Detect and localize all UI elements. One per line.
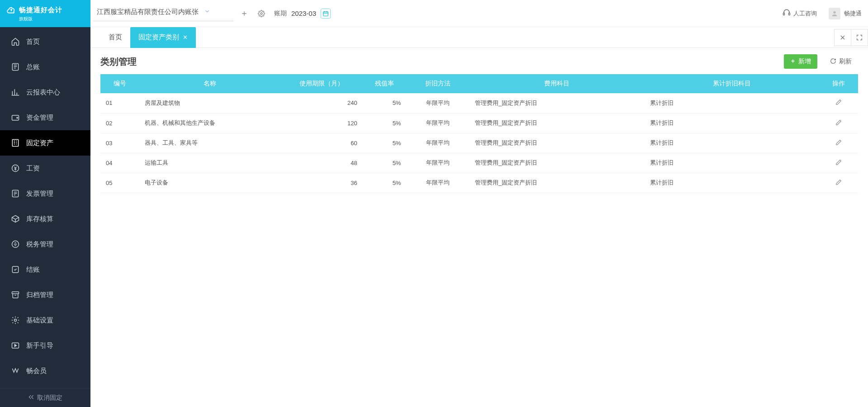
sidebar-item-settings[interactable]: 基础设置 <box>0 308 90 333</box>
add-company-button[interactable] <box>238 7 251 20</box>
tab-label: 固定资产类别 <box>138 33 179 42</box>
page-head: 类别管理 新增 刷新 <box>100 54 858 69</box>
period-picker-button[interactable] <box>321 9 331 19</box>
refresh-button[interactable]: 刷新 <box>824 54 858 69</box>
play-icon <box>11 341 20 350</box>
edit-icon[interactable] <box>835 180 842 187</box>
close-icon[interactable]: ✕ <box>183 34 188 41</box>
sidebar-item-invoice[interactable]: 发票管理 <box>0 181 90 206</box>
cell-fee: 管理费用_固定资产折旧 <box>470 153 645 173</box>
period-value: 2023-03 <box>291 9 316 17</box>
sidebar-item-label: 基础设置 <box>26 316 53 325</box>
svg-point-9 <box>14 319 17 322</box>
sidebar-item-label: 归档管理 <box>26 291 53 299</box>
th-rate: 残值率 <box>363 74 407 93</box>
cell-op <box>819 133 858 153</box>
tab-label: 首页 <box>109 33 122 42</box>
sidebar-item-label: 畅会员 <box>26 367 47 375</box>
sidebar-unpin-label: 取消固定 <box>37 394 62 402</box>
archive-icon <box>11 290 20 299</box>
table-row: 02机器、机械和其他生产设备1205%年限平均管理费用_固定资产折旧累计折旧 <box>100 113 858 133</box>
sidebar-item-inventory[interactable]: 库存核算 <box>0 206 90 232</box>
lock-icon <box>11 265 20 274</box>
sidebar-item-home[interactable]: 首页 <box>0 29 90 54</box>
cell-life: 240 <box>280 93 363 113</box>
sidebar-item-label: 资金管理 <box>26 114 53 122</box>
sidebar-item-archive[interactable]: 归档管理 <box>0 282 90 308</box>
table-row: 04运输工具485%年限平均管理费用_固定资产折旧累计折旧 <box>100 153 858 173</box>
user-menu[interactable]: 畅捷通 <box>829 8 862 19</box>
sidebar-item-tax[interactable]: 税务管理 <box>0 232 90 257</box>
cell-op <box>819 93 858 113</box>
cell-name: 机器、机械和其他生产设备 <box>139 113 280 133</box>
sidebar-item-closing[interactable]: 结账 <box>0 257 90 282</box>
sidebar-item-label: 发票管理 <box>26 189 53 198</box>
cell-method: 年限平均 <box>406 173 470 193</box>
cell-num: 04 <box>100 153 139 173</box>
fullscreen-button[interactable] <box>851 29 868 46</box>
sidebar-item-vip[interactable]: 畅会员 <box>0 358 90 383</box>
add-button[interactable]: 新增 <box>784 54 817 69</box>
period-label: 账期 <box>274 9 287 18</box>
sidebar-item-fixed-assets[interactable]: 固定资产 <box>0 130 90 156</box>
support-label: 人工咨询 <box>793 9 817 18</box>
cell-op <box>819 113 858 133</box>
content: 类别管理 新增 刷新 <box>90 48 868 407</box>
cloud-icon <box>6 5 16 15</box>
topbar: 江西服宝精品有限责任公司内账张 账期 2023-03 人工咨询 <box>90 0 868 27</box>
cell-num: 05 <box>100 173 139 193</box>
cell-method: 年限平均 <box>406 93 470 113</box>
cell-method: 年限平均 <box>406 133 470 153</box>
vip-icon <box>11 366 20 375</box>
sidebar-item-reports[interactable]: 云报表中心 <box>0 80 90 105</box>
sidebar-item-label: 云报表中心 <box>26 88 60 97</box>
cell-rate: 5% <box>363 133 407 153</box>
svg-point-2 <box>17 117 18 118</box>
th-acc: 累计折旧科目 <box>645 74 820 93</box>
sidebar-item-label: 结账 <box>26 265 40 274</box>
edit-icon[interactable] <box>835 140 842 147</box>
cell-acc: 累计折旧 <box>645 153 820 173</box>
sidebar-item-salary[interactable]: 工资 <box>0 156 90 181</box>
sidebar-item-label: 库存核算 <box>26 215 53 223</box>
cell-num: 02 <box>100 113 139 133</box>
sidebar-unpin[interactable]: 取消固定 <box>0 388 90 407</box>
edit-icon[interactable] <box>835 100 842 107</box>
cell-rate: 5% <box>363 113 407 133</box>
sidebar-item-funds[interactable]: 资金管理 <box>0 105 90 130</box>
cell-name: 电子设备 <box>139 173 280 193</box>
chevron-down-icon <box>204 8 210 16</box>
svg-rect-12 <box>323 11 328 15</box>
edit-icon[interactable] <box>835 160 842 167</box>
cell-life: 48 <box>280 153 363 173</box>
cell-fee: 管理费用_固定资产折旧 <box>470 93 645 113</box>
building-icon <box>11 138 20 147</box>
th-method: 折旧方法 <box>406 74 470 93</box>
svg-rect-8 <box>12 292 19 293</box>
tab-首页[interactable]: 首页 <box>100 27 130 48</box>
headset-icon <box>783 9 791 18</box>
table-row: 03器具、工具、家具等605%年限平均管理费用_固定资产折旧累计折旧 <box>100 133 858 153</box>
add-button-label: 新增 <box>798 57 811 66</box>
refresh-icon <box>830 58 836 66</box>
sidebar-item-label: 新手引导 <box>26 341 53 350</box>
brand-name: 畅捷通好会计 <box>19 6 62 14</box>
table-row: 01房屋及建筑物2405%年限平均管理费用_固定资产折旧累计折旧 <box>100 93 858 113</box>
sidebar-item-guide[interactable]: 新手引导 <box>0 333 90 358</box>
cell-life: 60 <box>280 133 363 153</box>
edit-icon[interactable] <box>835 120 842 127</box>
gear-icon <box>11 316 20 325</box>
close-tab-button[interactable] <box>834 29 851 46</box>
th-fee: 费用科目 <box>470 74 645 93</box>
cell-fee: 管理费用_固定资产折旧 <box>470 113 645 133</box>
category-table: 编号 名称 使用期限（月） 残值率 折旧方法 费用科目 累计折旧科目 操作 01… <box>100 74 858 193</box>
sidebar-item-label: 税务管理 <box>26 240 53 249</box>
tab-固定资产类别[interactable]: 固定资产类别✕ <box>130 27 196 48</box>
cell-rate: 5% <box>363 173 407 193</box>
user-name: 畅捷通 <box>844 9 862 18</box>
company-selector[interactable]: 江西服宝精品有限责任公司内账张 <box>93 6 233 21</box>
support-link[interactable]: 人工咨询 <box>783 9 817 18</box>
company-settings-button[interactable] <box>255 7 268 20</box>
svg-point-11 <box>261 13 262 14</box>
sidebar-item-ledger[interactable]: 总账 <box>0 54 90 80</box>
